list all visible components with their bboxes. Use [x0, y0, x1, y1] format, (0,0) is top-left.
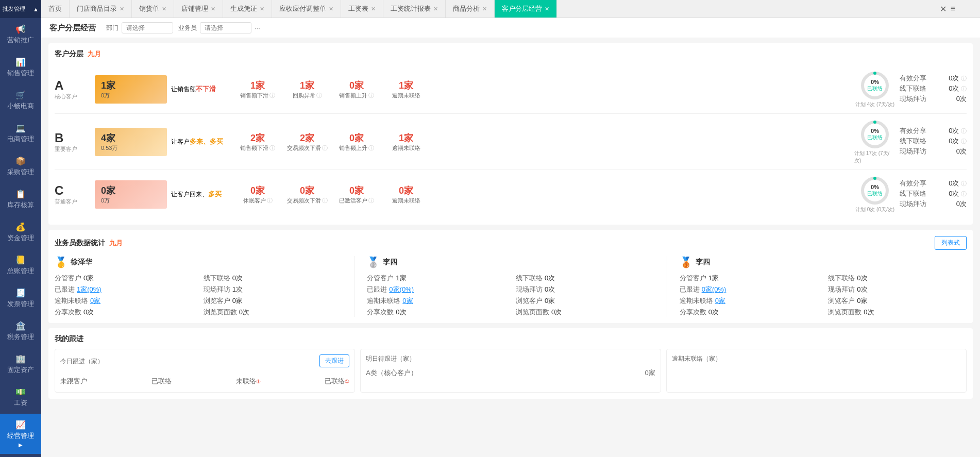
tier-row-c: C 普通客户 0家 0万 让客户回来、多买 0家 休眠客户 ⓘ	[55, 170, 967, 218]
sidebar-item-marketing[interactable]: 📢 营销推广	[0, 18, 41, 51]
close-tab-payroll[interactable]: ✕	[371, 6, 376, 12]
staff-2-overdue[interactable]: 逾期未联络 0家	[367, 296, 505, 306]
list-view-btn[interactable]: 列表式	[935, 236, 967, 250]
tier-b-slogan: 让客户多来、多买	[171, 137, 233, 146]
staff-2-visit: 现场拜访 0次	[516, 285, 654, 294]
sidebar-item-finance[interactable]: 💰 资金管理	[0, 216, 41, 249]
tier-row-a: A 核心客户 1家 0万 让销售额不下滑 1家 销售额下滑 ⓘ	[55, 65, 967, 114]
follow-overdue-title: 逾期未联络（家）	[672, 355, 721, 362]
staff-2-followed[interactable]: 已跟进 0家(0%)	[367, 285, 505, 294]
sidebar-item-label: 总账管理	[7, 266, 34, 276]
tab-store-products[interactable]: 门店商品目录 ✕	[70, 0, 132, 18]
staff-3-followed[interactable]: 已跟进 0家(0%)	[680, 285, 818, 294]
customer-section-title: 客户分层	[55, 49, 83, 59]
staff-2-offline-contact: 线下联络 0次	[516, 274, 654, 283]
stat-b-freq-drop[interactable]: 2家 交易频次下滑 ⓘ	[286, 132, 328, 152]
main-area: 首页 门店商品目录 ✕ 销货单 ✕ 店铺管理 ✕ 生成凭证 ✕ 应收应付调整单 …	[41, 0, 980, 457]
tab-product-analysis[interactable]: 商品分析 ✕	[446, 0, 495, 18]
sidebar-item-purchase[interactable]: 📦 采购管理	[0, 150, 41, 183]
stat-a-sales-drop[interactable]: 1家 销售额下滑 ⓘ	[237, 79, 278, 99]
close-tab-store-mgmt[interactable]: ✕	[211, 6, 215, 12]
sidebar-item-management[interactable]: 📈 经营管理 ▶	[0, 414, 41, 454]
stat-b-sales-drop[interactable]: 2家 销售额下滑 ⓘ	[237, 132, 278, 152]
more-options-icon[interactable]: ···	[255, 24, 260, 32]
staff-3-overdue[interactable]: 逾期未联络 0家	[680, 296, 818, 306]
sidebar-item-tax[interactable]: 🏦 税务管理	[0, 315, 41, 348]
staff-1-followed[interactable]: 已跟进 1家(0%)	[55, 285, 193, 294]
stat-b-overdue[interactable]: 1家 逾期未联络	[385, 132, 427, 152]
sidebar-item-payroll[interactable]: 💵 工资	[0, 381, 41, 414]
sidebar-item-inventory[interactable]: 📋 库存核算	[0, 183, 41, 216]
staff-1-header: 🥇 徐泽华	[55, 256, 342, 268]
sidebar-item-ecom[interactable]: 💻 电商管理	[0, 117, 41, 150]
management-icon: 📈	[15, 420, 26, 430]
page-header: 客户分层经营 部门 业务员 ···	[41, 18, 980, 38]
staff-1-overdue[interactable]: 逾期未联络 0家	[55, 296, 193, 306]
staff-1-name: 徐泽华	[71, 258, 92, 267]
salesperson-filter: 业务员 ···	[178, 22, 260, 33]
fixed-asset-icon: 🏢	[15, 354, 26, 364]
tier-c-label: C 普通客户	[55, 183, 91, 206]
payroll-icon: 💵	[15, 387, 26, 397]
tab-gen-voucher[interactable]: 生成凭证 ✕	[223, 0, 272, 18]
stat-a-sales-rise[interactable]: 0家 销售额上升 ⓘ	[336, 79, 377, 99]
stat-a-repurchase[interactable]: 1家 回购异常 ⓘ	[286, 79, 328, 99]
tabs-menu[interactable]: ≡	[951, 4, 955, 13]
sidebar-item-fixed-asset[interactable]: 🏢 固定资产	[0, 348, 41, 381]
tier-c-ring: 0% 已联络 计划 0次 (0天/次)	[854, 175, 895, 213]
sidebar-item-label: 小畅电商	[7, 101, 34, 111]
stat-b-sales-rise[interactable]: 0家 销售额上升 ⓘ	[336, 132, 377, 152]
close-tab-ar-ap[interactable]: ✕	[329, 6, 333, 12]
staff-1-medal: 🥇	[55, 256, 67, 268]
tier-b-count-box: 4家 0.53万	[95, 128, 167, 156]
sidebar-item-ledger[interactable]: 📒 总账管理	[0, 249, 41, 282]
sidebar-item-invoice[interactable]: 🧾 发票管理	[0, 282, 41, 315]
tab-sales-order[interactable]: 销货单 ✕	[132, 0, 174, 18]
close-all-tabs[interactable]: ✕	[940, 4, 947, 14]
tier-b-label: B 重要客户	[55, 131, 91, 153]
close-tab-product-analysis[interactable]: ✕	[482, 6, 487, 12]
inventory-icon: 📋	[15, 189, 26, 199]
sidebar-item-arrow: ▶	[19, 442, 23, 448]
sidebar-item-sales[interactable]: 📊 销售管理	[0, 51, 41, 84]
follow-overdue: 逾期未联络（家）	[666, 349, 967, 393]
staff-2-name: 李四	[383, 258, 397, 267]
close-tab-customer-tier[interactable]: ✕	[545, 6, 549, 12]
close-tab-payroll-report[interactable]: ✕	[433, 6, 438, 12]
follow-today: 今日跟进（家） 去跟进 未跟客户 已联络 未联络① 已联络①	[55, 349, 355, 393]
staff-card-3: 🥉 李四 分管客户 1家 线下联络 0次 已跟进	[680, 256, 967, 317]
tier-b-ring: 0% 已联络 计划 17次 (7天/次)	[854, 119, 895, 164]
tab-bar: 首页 门店商品目录 ✕ 销货单 ✕ 店铺管理 ✕ 生成凭证 ✕ 应收应付调整单 …	[41, 0, 980, 18]
sidebar-item-basic-info[interactable]: ℹ️ 基础信息	[0, 454, 41, 457]
close-tab-gen-voucher[interactable]: ✕	[260, 6, 264, 12]
stat-c-freq-drop[interactable]: 0家 交易频次下滑 ⓘ	[286, 184, 328, 205]
tab-payroll-report[interactable]: 工资统计报表 ✕	[383, 0, 446, 18]
close-tab-sales-order[interactable]: ✕	[162, 6, 166, 12]
salesperson-label: 业务员	[178, 24, 197, 32]
dept-label: 部门	[106, 24, 119, 32]
staff-cards: 🥇 徐泽华 分管客户 0家 线下联络 0次 已跟进	[55, 256, 967, 317]
dept-select[interactable]	[122, 22, 173, 33]
stat-c-overdue[interactable]: 0家 逾期未联络	[385, 184, 427, 205]
sidebar-item-ecom-small[interactable]: 🛒 小畅电商	[0, 84, 41, 117]
close-tab-store-products[interactable]: ✕	[120, 6, 124, 12]
tab-payroll[interactable]: 工资表 ✕	[341, 0, 383, 18]
staff-3-medal: 🥉	[680, 256, 692, 268]
marketing-icon: 📢	[15, 24, 26, 34]
tier-a-count-box: 1家 0万	[95, 75, 167, 104]
tab-customer-tier[interactable]: 客户分层经营 ✕	[495, 0, 557, 18]
stat-c-activated[interactable]: 0家 已激活客户 ⓘ	[336, 184, 377, 205]
tab-home[interactable]: 首页	[41, 0, 70, 18]
goto-follow-btn[interactable]: 去跟进	[319, 354, 349, 367]
staff-divider-1	[354, 256, 354, 317]
tab-ar-ap[interactable]: 应收应付调整单 ✕	[272, 0, 341, 18]
page-title: 客户分层经营	[49, 23, 96, 33]
tab-store-mgmt[interactable]: 店铺管理 ✕	[174, 0, 223, 18]
stat-a-overdue[interactable]: 1家 逾期未联络	[385, 79, 427, 99]
staff-2-managed: 分管客户 1家	[367, 274, 505, 283]
salesperson-select[interactable]	[200, 22, 251, 33]
tier-c-count-box: 0家 0万	[95, 180, 167, 209]
stat-c-dormant[interactable]: 0家 休眠客户 ⓘ	[237, 184, 278, 205]
sidebar-item-label: 库存核算	[7, 200, 34, 210]
sidebar-item-label: 销售管理	[7, 69, 34, 78]
